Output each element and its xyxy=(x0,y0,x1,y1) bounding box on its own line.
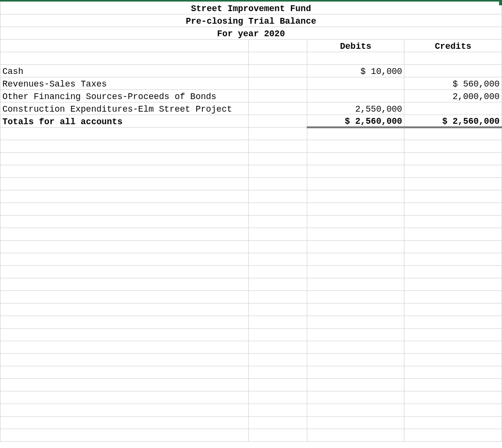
totals-debit[interactable]: $ 2,560,000 xyxy=(307,115,404,128)
cell[interactable] xyxy=(307,52,404,65)
report-title-2[interactable]: Pre-closing Trial Balance xyxy=(0,14,502,27)
cell[interactable] xyxy=(307,417,404,429)
cell[interactable] xyxy=(404,128,502,140)
cell[interactable] xyxy=(307,379,404,391)
cell[interactable] xyxy=(248,140,307,153)
cell[interactable] xyxy=(0,266,249,278)
cell[interactable] xyxy=(248,366,307,379)
account-label[interactable]: Other Financing Sources-Proceeds of Bond… xyxy=(0,90,249,102)
cell[interactable] xyxy=(404,228,502,241)
cell[interactable] xyxy=(248,203,307,216)
cell[interactable] xyxy=(307,241,404,253)
cell[interactable] xyxy=(404,354,502,366)
cell[interactable] xyxy=(0,216,249,228)
cell[interactable] xyxy=(307,303,404,316)
cell[interactable] xyxy=(248,303,307,316)
cell[interactable] xyxy=(404,341,502,354)
cell[interactable] xyxy=(0,278,249,291)
cell[interactable] xyxy=(404,404,502,417)
cell[interactable] xyxy=(0,303,249,316)
cell[interactable] xyxy=(0,291,249,303)
totals-label[interactable]: Totals for all accounts xyxy=(0,115,249,128)
cell[interactable] xyxy=(0,417,249,429)
cell[interactable] xyxy=(307,291,404,303)
cell[interactable] xyxy=(404,266,502,278)
cell[interactable] xyxy=(404,203,502,216)
cell[interactable] xyxy=(0,241,249,253)
cell[interactable] xyxy=(404,241,502,253)
cell[interactable] xyxy=(307,128,404,140)
cell[interactable] xyxy=(0,40,249,52)
cell[interactable] xyxy=(248,253,307,266)
cell[interactable] xyxy=(0,228,249,241)
cell[interactable] xyxy=(404,178,502,190)
cell[interactable] xyxy=(248,228,307,241)
cell[interactable] xyxy=(248,278,307,291)
cell[interactable] xyxy=(248,52,307,65)
cell[interactable] xyxy=(248,391,307,404)
cell[interactable] xyxy=(0,354,249,366)
cell[interactable] xyxy=(307,266,404,278)
cell[interactable] xyxy=(248,178,307,190)
cell[interactable] xyxy=(307,329,404,341)
cell[interactable] xyxy=(404,417,502,429)
credit-value[interactable] xyxy=(404,102,502,115)
cell[interactable] xyxy=(248,316,307,329)
cell[interactable] xyxy=(248,266,307,278)
debit-value[interactable] xyxy=(307,90,404,102)
cell[interactable] xyxy=(0,404,249,417)
cell[interactable] xyxy=(307,140,404,153)
cell[interactable] xyxy=(307,391,404,404)
cell[interactable] xyxy=(0,391,249,404)
cell[interactable] xyxy=(307,253,404,266)
credit-value[interactable]: $ 560,000 xyxy=(404,77,502,90)
debit-value[interactable]: 2,550,000 xyxy=(307,102,404,115)
cell[interactable] xyxy=(0,165,249,178)
cell[interactable] xyxy=(404,391,502,404)
account-label[interactable]: Revenues-Sales Taxes xyxy=(0,77,249,90)
cell[interactable] xyxy=(307,216,404,228)
cell[interactable] xyxy=(307,354,404,366)
cell[interactable] xyxy=(0,203,249,216)
cell[interactable] xyxy=(404,291,502,303)
cell[interactable] xyxy=(248,354,307,366)
cell[interactable] xyxy=(0,379,249,391)
cell[interactable] xyxy=(248,216,307,228)
cell[interactable] xyxy=(0,128,249,140)
cell[interactable] xyxy=(0,52,249,65)
cell[interactable] xyxy=(404,52,502,65)
cell[interactable] xyxy=(248,77,307,90)
cell[interactable] xyxy=(248,341,307,354)
cell[interactable] xyxy=(307,178,404,190)
cell[interactable] xyxy=(0,341,249,354)
cell[interactable] xyxy=(404,316,502,329)
cell[interactable] xyxy=(248,40,307,52)
cell[interactable] xyxy=(248,429,307,442)
cell[interactable] xyxy=(248,241,307,253)
cell[interactable] xyxy=(248,291,307,303)
cell[interactable] xyxy=(307,153,404,165)
cell[interactable] xyxy=(404,190,502,203)
cell[interactable] xyxy=(404,329,502,341)
cell[interactable] xyxy=(404,366,502,379)
debit-value[interactable]: $ 10,000 xyxy=(307,65,404,77)
credit-value[interactable] xyxy=(404,65,502,77)
cell[interactable] xyxy=(0,190,249,203)
cell[interactable] xyxy=(0,253,249,266)
cell[interactable] xyxy=(0,316,249,329)
cell[interactable] xyxy=(404,278,502,291)
cell[interactable] xyxy=(307,165,404,178)
cell[interactable] xyxy=(307,278,404,291)
cell[interactable] xyxy=(307,316,404,329)
cell[interactable] xyxy=(0,429,249,442)
cell[interactable] xyxy=(404,216,502,228)
cell[interactable] xyxy=(307,190,404,203)
cell[interactable] xyxy=(248,165,307,178)
report-title-1[interactable]: Street Improvement Fund xyxy=(0,2,502,14)
cell[interactable] xyxy=(0,153,249,165)
cell[interactable] xyxy=(307,203,404,216)
cell[interactable] xyxy=(404,303,502,316)
cell[interactable] xyxy=(307,228,404,241)
cell[interactable] xyxy=(248,90,307,102)
cell[interactable] xyxy=(0,140,249,153)
